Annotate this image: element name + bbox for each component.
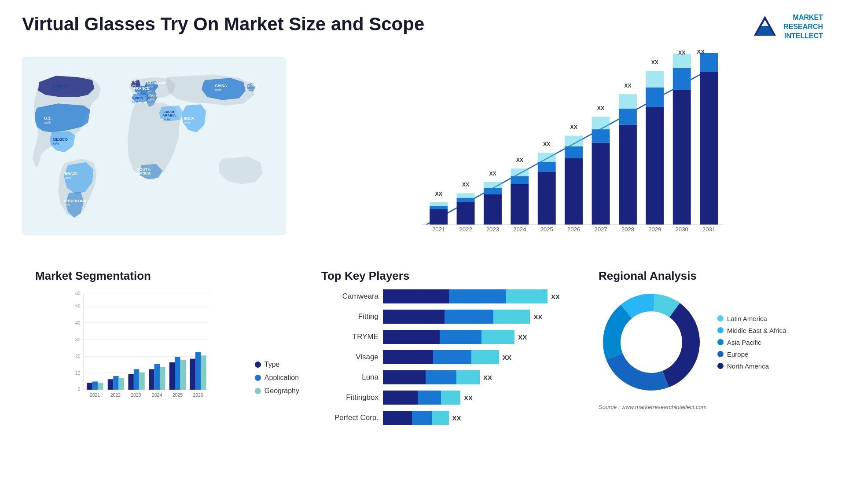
svg-rect-118	[139, 373, 144, 390]
player-visage: Visage XX	[321, 350, 577, 364]
svg-text:2031: 2031	[702, 226, 716, 233]
legend-europe: Europe	[717, 351, 786, 358]
svg-rect-43	[457, 198, 475, 202]
svg-text:2025: 2025	[173, 393, 183, 398]
svg-rect-55	[538, 162, 556, 172]
svg-rect-46	[484, 194, 502, 225]
legend-north-america: North America	[717, 362, 786, 370]
svg-text:GERMANY: GERMANY	[147, 81, 167, 85]
svg-text:xx%: xx%	[137, 175, 143, 179]
app-dot	[255, 375, 261, 381]
player-bar	[383, 411, 449, 425]
svg-text:60: 60	[75, 292, 81, 296]
svg-rect-64	[592, 117, 610, 130]
segmentation-title: Market Segmentation	[35, 269, 299, 283]
player-name: Fitting	[321, 312, 378, 321]
page-title: Virtual Glasses Try On Market Size and S…	[22, 13, 424, 35]
seg-chart-container: 0 10 20 30 40 50 60 2021	[35, 289, 299, 413]
svg-text:2022: 2022	[110, 393, 121, 398]
player-bar	[383, 330, 514, 344]
svg-rect-44	[457, 194, 475, 198]
donut-container: Latin America Middle East & Africa Asia …	[599, 289, 810, 395]
latin-america-label: Latin America	[727, 315, 767, 322]
legend-application: Application	[255, 374, 299, 382]
svg-text:2028: 2028	[621, 226, 635, 233]
svg-rect-126	[180, 360, 186, 390]
svg-text:SPAIN: SPAIN	[132, 96, 143, 100]
player-bar-container: XX	[383, 310, 577, 324]
svg-text:2027: 2027	[594, 226, 607, 233]
player-xx: XX	[518, 333, 527, 341]
svg-text:XX: XX	[435, 191, 442, 197]
svg-text:XX: XX	[651, 59, 659, 66]
svg-rect-66	[619, 125, 637, 225]
svg-point-137	[623, 314, 680, 371]
svg-text:INDIA: INDIA	[184, 116, 195, 121]
player-name: Visage	[321, 353, 378, 362]
svg-text:40: 40	[75, 321, 81, 325]
svg-text:XX: XX	[489, 171, 496, 177]
svg-rect-56	[538, 153, 556, 162]
svg-rect-47	[484, 188, 502, 194]
player-name: Fittingbox	[321, 393, 378, 402]
growth-chart-svg: XX XX XX XX	[304, 49, 819, 243]
svg-rect-120	[149, 369, 154, 390]
svg-rect-54	[538, 172, 556, 225]
svg-text:XX: XX	[516, 157, 524, 163]
svg-rect-75	[673, 68, 691, 90]
svg-text:2030: 2030	[675, 226, 688, 233]
geo-dot	[255, 388, 261, 394]
main-content: CANADA xx% U.S. xx% MEXICO xx% BRAZIL xx…	[0, 45, 845, 435]
europe-dot	[717, 351, 724, 357]
world-map: CANADA xx% U.S. xx% MEXICO xx% BRAZIL xx…	[22, 49, 286, 243]
svg-rect-129	[195, 352, 201, 390]
legend-middle-east: Middle East & Africa	[717, 327, 786, 334]
svg-text:XX: XX	[678, 50, 686, 56]
svg-rect-48	[484, 182, 502, 188]
player-bar	[383, 310, 530, 324]
svg-rect-124	[169, 362, 175, 390]
svg-rect-40	[430, 202, 448, 206]
svg-rect-125	[175, 357, 180, 390]
svg-text:xx%: xx%	[163, 117, 170, 121]
svg-rect-63	[592, 130, 610, 143]
source-text: Source : www.marketresearchintellect.com	[599, 404, 810, 410]
svg-text:XX: XX	[543, 141, 551, 147]
svg-rect-42	[457, 202, 475, 225]
regional-section: Regional Analysis	[590, 265, 819, 435]
growth-chart-section: XX XX XX XX	[295, 45, 832, 265]
player-xx: XX	[483, 374, 492, 381]
svg-rect-122	[160, 367, 165, 390]
svg-rect-39	[430, 206, 448, 209]
svg-text:XX: XX	[597, 106, 605, 112]
svg-text:xx%: xx%	[147, 98, 154, 102]
app-label: Application	[265, 374, 299, 382]
player-xx: XX	[551, 293, 560, 300]
svg-text:ARGENTINA: ARGENTINA	[64, 199, 87, 203]
world-map-section: CANADA xx% U.S. xx% MEXICO xx% BRAZIL xx…	[13, 45, 295, 265]
svg-text:U.K.: U.K.	[130, 80, 137, 84]
player-camweara: Camweara XX	[321, 289, 577, 303]
regional-title: Regional Analysis	[599, 269, 810, 283]
svg-rect-130	[201, 356, 206, 390]
svg-text:30: 30	[75, 338, 81, 343]
player-xx: XX	[452, 414, 461, 422]
segmentation-section: Market Segmentation	[26, 265, 308, 435]
svg-rect-113	[113, 376, 118, 390]
svg-text:xx%: xx%	[132, 100, 139, 104]
svg-rect-62	[592, 143, 610, 225]
svg-text:2026: 2026	[567, 226, 580, 233]
svg-text:2026: 2026	[193, 393, 203, 398]
svg-rect-116	[128, 374, 133, 390]
svg-text:BRAZIL: BRAZIL	[65, 172, 79, 176]
svg-text:CANADA: CANADA	[53, 84, 70, 88]
middle-east-label: Middle East & Africa	[727, 327, 786, 334]
svg-text:xx%: xx%	[44, 121, 51, 124]
svg-text:2023: 2023	[131, 393, 141, 398]
svg-rect-67	[619, 109, 637, 125]
donut-chart	[599, 289, 704, 395]
svg-rect-68	[619, 95, 637, 109]
logo-text: MARKET RESEARCH INTELLECT	[783, 13, 823, 40]
svg-rect-51	[511, 176, 529, 184]
player-bar	[383, 391, 460, 405]
